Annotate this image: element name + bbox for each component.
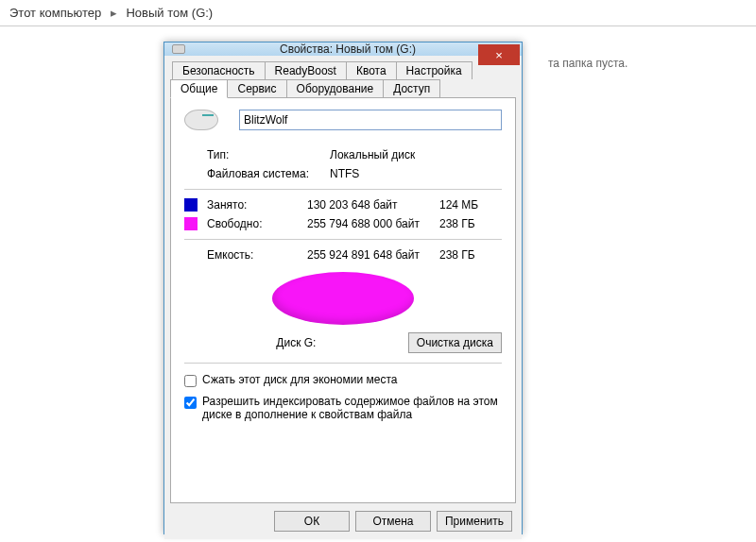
tabs-row-bottom: Общие Сервис Оборудование Доступ <box>170 79 516 97</box>
drive-large-icon <box>184 110 218 130</box>
tab-readyboost[interactable]: ReadyBoost <box>265 61 347 79</box>
type-label: Тип: <box>207 148 330 161</box>
dialog-footer: ОК Отмена Применить <box>164 503 522 539</box>
breadcrumb-this-pc[interactable]: Этот компьютер <box>9 6 101 20</box>
properties-dialog: Свойства: Новый том (G:) × Безопасность … <box>163 42 523 534</box>
divider <box>184 189 502 190</box>
tab-hardware[interactable]: Оборудование <box>286 79 385 97</box>
close-button[interactable]: × <box>478 44 520 65</box>
volume-name-input[interactable] <box>239 110 502 130</box>
used-swatch-icon <box>184 198 198 212</box>
used-bytes: 130 203 648 байт <box>307 198 439 212</box>
titlebar[interactable]: Свойства: Новый том (G:) × <box>164 42 522 56</box>
index-checkbox[interactable] <box>184 397 197 409</box>
tab-content-general: Тип: Локальный диск Файловая система: NT… <box>170 97 516 503</box>
used-short: 124 МБ <box>439 198 496 212</box>
tab-sharing[interactable]: Доступ <box>383 79 440 97</box>
fs-value: NTFS <box>330 167 359 180</box>
usage-pie-chart <box>184 272 502 325</box>
tab-customize[interactable]: Настройка <box>396 61 472 79</box>
divider <box>184 363 502 364</box>
compress-checkbox-row[interactable]: Сжать этот диск для экономии места <box>184 373 502 387</box>
pie-icon <box>272 272 414 325</box>
free-swatch-icon <box>184 217 198 230</box>
type-value: Локальный диск <box>330 148 415 161</box>
capacity-short: 238 ГБ <box>439 248 496 262</box>
tab-quota[interactable]: Квота <box>346 61 397 79</box>
tab-security[interactable]: Безопасность <box>172 61 266 79</box>
apply-button[interactable]: Применить <box>437 511 512 532</box>
fs-label: Файловая система: <box>207 167 330 180</box>
used-label: Занято: <box>207 198 307 212</box>
free-bytes: 255 794 688 000 байт <box>307 217 439 230</box>
chevron-right-icon: ▸ <box>111 6 117 20</box>
compress-checkbox[interactable] <box>184 375 197 387</box>
cancel-button[interactable]: Отмена <box>355 511 431 532</box>
disk-cleanup-button[interactable]: Очистка диска <box>408 332 502 353</box>
free-label: Свободно: <box>207 217 307 230</box>
pie-caption: Диск G: <box>184 336 408 349</box>
compress-label: Сжать этот диск для экономии места <box>202 373 397 386</box>
free-short: 238 ГБ <box>439 217 496 230</box>
empty-folder-message: та папка пуста. <box>548 57 627 70</box>
tab-general[interactable]: Общие <box>170 79 228 98</box>
capacity-bytes: 255 924 891 648 байт <box>307 248 439 262</box>
breadcrumb: Этот компьютер ▸ Новый том (G:) <box>0 0 756 26</box>
tab-tools[interactable]: Сервис <box>227 79 286 97</box>
divider <box>184 239 502 240</box>
ok-button[interactable]: ОК <box>274 511 350 532</box>
index-label: Разрешить индексировать содержимое файло… <box>202 395 502 421</box>
capacity-label: Емкость: <box>207 248 307 262</box>
dialog-title: Свойства: Новый том (G:) <box>174 42 522 56</box>
breadcrumb-volume[interactable]: Новый том (G:) <box>126 6 213 20</box>
tabs: Безопасность ReadyBoost Квота Настройка … <box>164 56 522 503</box>
tabs-row-top: Безопасность ReadyBoost Квота Настройка <box>172 61 516 79</box>
index-checkbox-row[interactable]: Разрешить индексировать содержимое файло… <box>184 395 502 421</box>
